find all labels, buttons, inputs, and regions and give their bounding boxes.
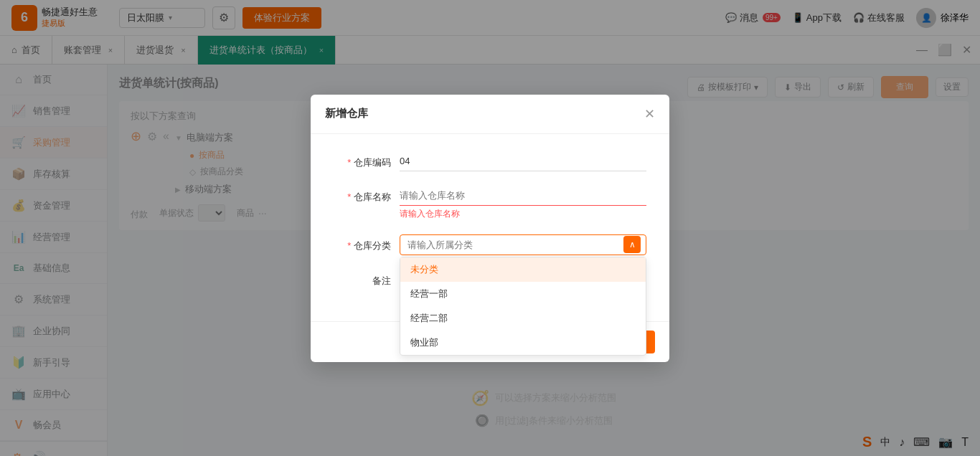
- dropdown-item-dept1[interactable]: 经营一部: [400, 282, 646, 306]
- modal-new-warehouse: 新增仓库 ✕ 仓库编码 仓库名称 请输入仓库名称 仓库分类: [311, 95, 669, 362]
- form-row-category: 仓库分类 ∧ 未分类 经营一部 经营二部 物业部: [334, 234, 646, 255]
- code-label: 仓库编码: [334, 151, 391, 169]
- category-label: 仓库分类: [334, 234, 391, 252]
- form-row-code: 仓库编码: [334, 151, 646, 171]
- dropdown-item-dept2[interactable]: 经营二部: [400, 306, 646, 331]
- name-label: 仓库名称: [334, 186, 391, 204]
- category-input[interactable]: [400, 234, 646, 255]
- modal-title: 新增仓库: [325, 107, 368, 120]
- dropdown-item-property[interactable]: 物业部: [400, 331, 646, 355]
- category-dropdown: 未分类 经营一部 经营二部 物业部: [400, 257, 646, 356]
- code-input[interactable]: [400, 151, 646, 171]
- modal-header: 新增仓库 ✕: [311, 95, 669, 134]
- modal-close-button[interactable]: ✕: [644, 106, 655, 122]
- name-error-msg: 请输入仓库名称: [400, 208, 646, 220]
- name-input-wrapper: 请输入仓库名称: [400, 186, 646, 220]
- modal-overlay: 新增仓库 ✕ 仓库编码 仓库名称 请输入仓库名称 仓库分类: [0, 0, 980, 456]
- category-dropdown-toggle[interactable]: ∧: [623, 236, 641, 253]
- code-input-wrapper: [400, 151, 646, 171]
- dropdown-item-uncategorized[interactable]: 未分类: [400, 257, 646, 282]
- modal-body: 仓库编码 仓库名称 请输入仓库名称 仓库分类 ∧: [311, 134, 669, 321]
- notes-label: 备注: [334, 270, 391, 288]
- category-input-wrapper: ∧ 未分类 经营一部 经营二部 物业部: [400, 234, 646, 255]
- form-row-name: 仓库名称 请输入仓库名称: [334, 186, 646, 220]
- name-input[interactable]: [400, 186, 646, 206]
